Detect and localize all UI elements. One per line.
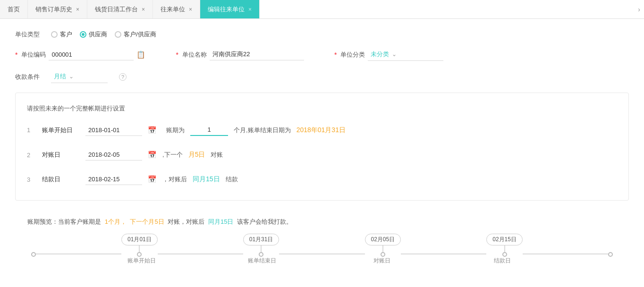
row-2-calendar-icon[interactable]: 📅 xyxy=(148,151,157,159)
main-content: 单位类型 客户 供应商 客户/供应商 * 单位编码 📋 * 单位名称 xyxy=(0,19,644,287)
preview-part3: 同月15日 xyxy=(208,218,233,225)
timeline-label-text-3: 对账日 xyxy=(373,257,390,265)
setting-row-3: 3 结款日 📅 ，对账后 同月15日 结款 xyxy=(27,174,617,185)
preview-section: 账期预览：当前客户账期是 1个月， 下一个月5日 对账，对账后 同月15日 该客… xyxy=(15,210,629,234)
tab-edit-partner-close[interactable]: × xyxy=(248,6,252,13)
tab-partner-label: 往来单位 xyxy=(161,5,185,14)
radio-both-label: 客户/供应商 xyxy=(124,30,156,39)
timeline-node-3: 02月05日 xyxy=(365,234,401,257)
row-1-period-input[interactable] xyxy=(190,124,228,136)
timeline-label-4: 结款日 xyxy=(488,257,517,265)
timeline-bubble-1: 01月01日 xyxy=(121,234,158,245)
payment-value: 月结 xyxy=(54,72,66,81)
preview-part2: 下一个月5日 xyxy=(130,218,164,225)
setting-row-1: 1 账单开始日 📅 账期为 个月,账单结束日期为 2018年01月31日 xyxy=(27,124,617,136)
payment-chevron: ⌄ xyxy=(69,73,74,80)
row-2-date-input[interactable] xyxy=(85,149,142,160)
timeline-label-text-2: 账单结束日 xyxy=(248,257,276,265)
row-2-label: 对账日 xyxy=(42,151,80,159)
unit-code-group: * 单位编码 📋 xyxy=(15,49,145,60)
radio-supplier[interactable]: 供应商 xyxy=(80,30,107,39)
timeline-label-1: 账单开始日 xyxy=(127,257,156,265)
unit-code-label: 单位编码 xyxy=(21,51,46,59)
timeline-node-4: 02月15日 xyxy=(486,234,523,257)
unit-code-input[interactable] xyxy=(49,49,134,60)
setting-row-2: 2 对账日 📅 ,下一个 月5日 对账 xyxy=(27,149,617,160)
unit-class-required: * xyxy=(334,51,337,59)
row-1-date-input[interactable] xyxy=(85,125,142,136)
tab-partner-close[interactable]: × xyxy=(189,6,192,13)
row-1-label: 账单开始日 xyxy=(42,126,80,135)
row-3-label: 结款日 xyxy=(42,175,80,184)
row-1-highlight: 2018年01月31日 xyxy=(297,126,346,135)
section-box: 请按照未来的一个完整帐期进行设置 1 账单开始日 📅 账期为 个月,账单结束日期… xyxy=(15,93,629,201)
preview-mid: 对账，对账后 xyxy=(168,218,204,225)
preview-part1: 1个月， xyxy=(105,218,127,225)
tabs-bar: 首页 销售订单历史 × 钱货日清工作台 × 往来单位 × 编辑往来单位 × › xyxy=(0,0,644,19)
unit-name-required: * xyxy=(176,51,178,59)
timeline-label-3: 对账日 xyxy=(368,257,396,265)
unit-info-row: * 单位编码 📋 * 单位名称 * 单位分类 未分类 ⌄ xyxy=(15,48,629,61)
unit-class-label: 单位分类 xyxy=(340,51,365,59)
timeline-node-2: 01月31日 xyxy=(243,234,280,257)
row-2-end: 对账 xyxy=(211,151,223,159)
tab-edit-partner[interactable]: 编辑往来单位 × xyxy=(200,0,260,18)
tab-cash-work-close[interactable]: × xyxy=(142,6,145,13)
radio-both[interactable]: 客户/供应商 xyxy=(115,30,156,39)
tab-sales-order-close[interactable]: × xyxy=(76,6,79,13)
section-title: 请按照未来的一个完整帐期进行设置 xyxy=(27,104,617,113)
timeline-bubble-4: 02月15日 xyxy=(486,234,523,245)
timeline-bubble-3: 02月05日 xyxy=(365,234,401,245)
unit-class-group: * 单位分类 未分类 ⌄ xyxy=(334,48,443,61)
radio-group: 客户 供应商 客户/供应商 xyxy=(51,30,156,39)
payment-select[interactable]: 月结 ⌄ xyxy=(51,70,108,83)
row-2-num: 2 xyxy=(27,152,36,159)
tab-sales-order-label: 销售订单历史 xyxy=(35,5,72,14)
timeline-bubble-2: 01月31日 xyxy=(243,234,280,245)
preview-suffix: 该客户会给我打款。 xyxy=(237,218,292,225)
row-1-calendar-icon[interactable]: 📅 xyxy=(148,126,157,135)
preview-prefix: 账期预览：当前客户账期是 xyxy=(27,218,101,225)
radio-customer-circle xyxy=(51,31,58,38)
row-3-num: 3 xyxy=(27,176,36,183)
radio-supplier-circle xyxy=(80,31,86,38)
tab-sales-order[interactable]: 销售订单历史 × xyxy=(28,0,87,18)
row-3-date-input[interactable] xyxy=(85,174,142,185)
unit-name-label: 单位名称 xyxy=(182,51,207,59)
row-1-mid-text: 账期为 xyxy=(166,126,185,135)
row-3-calendar-icon[interactable]: 📅 xyxy=(148,175,157,184)
radio-customer-label: 客户 xyxy=(60,30,72,39)
radio-both-circle xyxy=(115,31,121,38)
timeline-label-text-4: 结款日 xyxy=(494,257,511,265)
unit-code-required: * xyxy=(15,51,17,59)
radio-customer[interactable]: 客户 xyxy=(51,30,72,39)
radio-supplier-label: 供应商 xyxy=(89,30,107,39)
timeline-label-2: 账单结束日 xyxy=(248,257,276,265)
timeline-section: 01月01日 01月31日 02月05日 xyxy=(15,234,629,272)
unit-name-input[interactable] xyxy=(210,49,304,60)
payment-row: 收款条件 月结 ⌄ ? xyxy=(15,70,629,83)
row-1-suffix: 个月,账单结束日期为 xyxy=(234,126,291,135)
tab-partner[interactable]: 往来单位 × xyxy=(153,0,200,18)
unit-code-icon[interactable]: 📋 xyxy=(136,51,145,59)
tab-home[interactable]: 首页 xyxy=(0,0,28,18)
unit-class-select[interactable]: 未分类 ⌄ xyxy=(368,48,443,61)
unit-type-row: 单位类型 客户 供应商 客户/供应商 xyxy=(15,30,629,39)
tab-home-label: 首页 xyxy=(8,5,20,14)
tabs-arrow[interactable]: › xyxy=(634,0,644,18)
timeline-label-text-1: 账单开始日 xyxy=(127,257,156,265)
row-3-end: 结款 xyxy=(226,175,238,184)
unit-class-chevron: ⌄ xyxy=(392,51,397,58)
unit-name-group: * 单位名称 xyxy=(176,49,304,60)
unit-class-value: 未分类 xyxy=(371,50,389,59)
unit-type-label: 单位类型 xyxy=(15,30,40,39)
tab-cash-work[interactable]: 钱货日清工作台 × xyxy=(87,0,153,18)
row-3-suffix: ，对账后 xyxy=(162,175,187,184)
tab-cash-work-label: 钱货日清工作台 xyxy=(95,5,138,14)
row-3-highlight: 同月15日 xyxy=(193,175,220,184)
payment-help-icon[interactable]: ? xyxy=(119,73,127,81)
payment-label: 收款条件 xyxy=(15,73,40,81)
row-2-highlight: 月5日 xyxy=(188,151,205,159)
timeline-node-1: 01月01日 xyxy=(121,234,158,257)
row-1-num: 1 xyxy=(27,127,36,134)
